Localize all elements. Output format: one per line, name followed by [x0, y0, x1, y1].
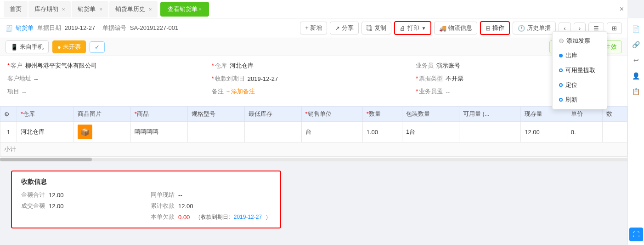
row-min-stock	[244, 122, 301, 142]
doc-date-label: 单据日期 2019-12-27	[37, 24, 95, 32]
total-amount-row: 金额合计 12.00	[21, 191, 141, 199]
summary-title: 收款信息	[21, 178, 271, 186]
project-field: 项目 --	[7, 87, 212, 96]
total-amount-value: 12.00	[49, 192, 64, 199]
dropdown-refresh[interactable]: 刷新	[553, 92, 607, 107]
col-product: *商品	[130, 107, 187, 122]
row-available	[459, 122, 520, 142]
row-spec	[187, 122, 244, 142]
table-row: 1 河北仓库 📦 嘻嘻嘻嘻 台 1.00 1台 12.00 0.	[0, 122, 627, 142]
summary-container: 收款信息 金额合计 12.00 同单现结 -- 成交金额 12.00 累计收款 …	[0, 162, 627, 237]
warehouse-value: 河北仓库	[230, 62, 254, 70]
table-subtotal-row: 小计	[0, 142, 627, 157]
row-no: 1	[0, 122, 17, 142]
outbound-icon	[559, 54, 563, 57]
operation-button[interactable]: ⊞ 操作	[480, 21, 510, 35]
copy-icon: ⿻	[367, 25, 373, 32]
customer-field: 客户 柳州粤港平安气体有限公司	[7, 62, 212, 70]
sidebar-icon-5[interactable]: 📋	[629, 85, 643, 98]
doc-meta: 单据日期 2019-12-27 单据编号 SA-20191227-001	[37, 24, 296, 32]
dropdown-available-qty[interactable]: 可用量提取	[553, 63, 607, 78]
empty-row	[21, 213, 141, 221]
address-value: --	[34, 75, 38, 82]
doc-date-value: 2019-12-27	[65, 24, 96, 31]
col-gear[interactable]: ⚙	[0, 107, 17, 122]
form-row-3: 项目 -- 备注 + 添加备注 业务员孟 --	[7, 87, 620, 96]
print-dropdown-icon: ▼	[421, 26, 426, 31]
history-button[interactable]: 🕐 历史单据	[513, 22, 556, 34]
ticket-label: 票据类型	[416, 74, 443, 83]
tab-sales-history[interactable]: 销货单历史 ×	[109, 1, 158, 17]
view-grid-button[interactable]: ⊞	[607, 23, 622, 34]
tab-inventory[interactable]: 库存期初 ×	[28, 1, 71, 17]
tab-view-sales[interactable]: 查看销货单 ×	[160, 2, 209, 17]
due-date-field: 收款到期日 2019-12-27	[212, 74, 416, 83]
sidebar-icon-expand[interactable]: ⛶	[629, 228, 643, 237]
sidebar-icon-2[interactable]: 🔗	[629, 38, 643, 51]
logistics-button[interactable]: 🚚 物流信息	[434, 22, 477, 34]
table-area: ⚙ *仓库 商品图片 *商品 规格型号 最低库存 *销售单位 *数量 包装数量 …	[0, 106, 627, 161]
customer-label: 客户	[7, 62, 23, 70]
same-order-settle-row: 同单现结 --	[151, 191, 271, 199]
dropdown-outbound[interactable]: 出库	[553, 48, 607, 63]
new-button[interactable]: + 新增	[300, 22, 327, 34]
tab-inventory-close[interactable]: ×	[62, 6, 65, 12]
row-pkg-qty: 1台	[402, 122, 459, 142]
outstanding-label: 本单欠款	[151, 213, 175, 221]
not-open-button[interactable]: ● 未开票	[52, 40, 86, 53]
ticket-value: 不开票	[446, 74, 463, 83]
dropdown-menu: 添加发票 出库 可用量提取 定位 刷新	[552, 31, 607, 109]
available-qty-icon	[559, 68, 563, 72]
outstanding-note-end: ）	[266, 213, 271, 221]
deal-amount-value: 12.00	[49, 203, 64, 210]
outstanding-row: 本单欠款 0.00 （收款到期日: 2019-12-27 ）	[151, 213, 271, 221]
right-sidebar: 📄 🔗 ↩ 👤 📋 ⛶	[627, 18, 644, 237]
share-button[interactable]: ↗ 分享	[330, 22, 359, 34]
add-note-icon: +	[226, 88, 230, 95]
due-date-value: 2019-12-27	[248, 75, 278, 82]
ticket-icon: ●	[57, 44, 61, 51]
logistics-icon: 🚚	[439, 25, 446, 32]
col-spec: 规格型号	[187, 107, 244, 122]
staff2-value: --	[446, 88, 450, 95]
col-image: 商品图片	[73, 107, 130, 122]
row-qty: 1.00	[362, 122, 402, 142]
tab-sales-close[interactable]: ×	[99, 6, 102, 12]
note-label: 备注	[212, 87, 224, 96]
tab-view-sales-close[interactable]: ×	[198, 6, 201, 12]
from-phone-button[interactable]: 📱 来自手机	[6, 40, 49, 53]
check-done-button[interactable]: ✓	[90, 41, 105, 53]
warehouse-field: 仓库 河北仓库	[212, 62, 416, 70]
note-field: 备注 + 添加备注	[212, 87, 416, 96]
address-field: 客户地址 --	[7, 74, 212, 83]
tab-sales[interactable]: 销货单 ×	[72, 1, 108, 17]
col-min-stock: 最低库存	[244, 107, 301, 122]
staff-value: 演示账号	[436, 62, 460, 70]
row-stock: 12.00	[521, 122, 567, 142]
tab-bar: 首页 库存期初 × 销货单 × 销货单历史 × 查看销货单 × ×	[0, 0, 627, 18]
outstanding-note: （收款到期日:	[195, 213, 230, 221]
dropdown-add-invoice[interactable]: 添加发票	[553, 34, 607, 48]
dropdown-locate[interactable]: 定位	[553, 78, 607, 92]
toolbar2: 📱 来自手机 ● 未开票 ✓ ✓ 已核销 ✓ 已生效	[0, 38, 627, 56]
cumulative-payment-label: 累计收款	[151, 202, 175, 210]
toolbar: 🧾 销货单 单据日期 2019-12-27 单据编号 SA-20191227-0…	[0, 18, 627, 38]
cumulative-payment-row: 累计收款 12.00	[151, 202, 271, 210]
tab-home[interactable]: 首页	[4, 1, 28, 17]
subtotal-label: 小计	[0, 142, 627, 157]
window-close-button[interactable]: ×	[620, 5, 624, 13]
sidebar-icon-1[interactable]: 📄	[629, 22, 643, 36]
add-note-button[interactable]: + 添加备注	[226, 87, 255, 96]
doc-type-label: 销货单	[16, 24, 34, 32]
col-warehouse: *仓库	[17, 107, 74, 122]
sidebar-icon-3[interactable]: ↩	[629, 53, 643, 67]
sidebar-icon-4[interactable]: 👤	[629, 69, 643, 83]
doc-icon: 🧾	[6, 25, 13, 32]
phone-icon: 📱	[11, 44, 18, 51]
total-amount-label: 金额合计	[21, 191, 45, 199]
copy-button[interactable]: ⿻ 复制	[362, 22, 391, 34]
print-icon: 🖨	[400, 25, 406, 32]
print-button[interactable]: 🖨 打印 ▼	[394, 21, 431, 35]
tab-sales-history-close[interactable]: ×	[149, 6, 152, 12]
row-warehouse: 河北仓库	[17, 122, 74, 142]
